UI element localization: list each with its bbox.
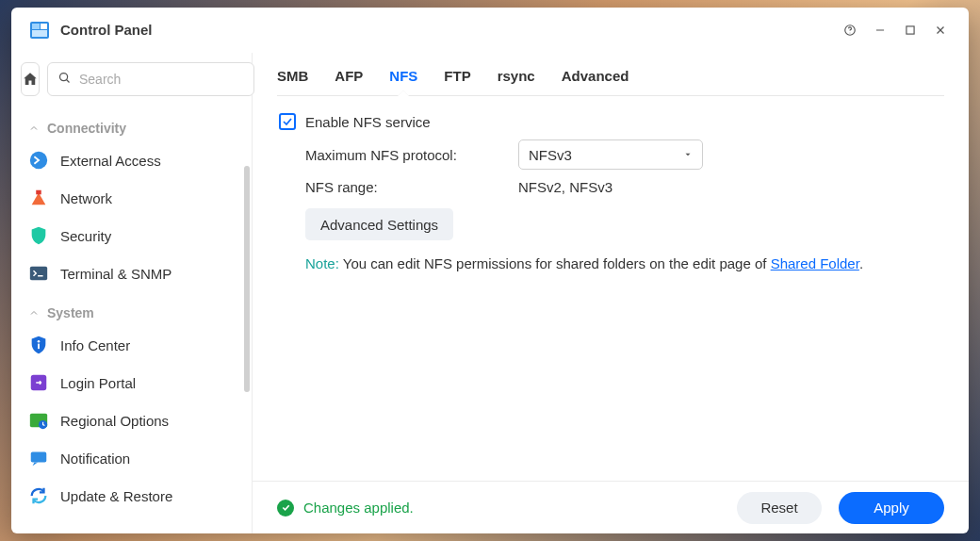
sidebar-item-network[interactable]: Network xyxy=(19,179,244,217)
nfs-range-value: NFSv2, NFSv3 xyxy=(518,179,612,195)
sidebar-item-label: Update & Restore xyxy=(60,488,172,504)
body: Connectivity External Access Network Sec… xyxy=(11,53,969,533)
external-access-icon xyxy=(28,150,49,171)
status-text: Changes applied. xyxy=(303,500,727,516)
sidebar-item-login-portal[interactable]: Login Portal xyxy=(19,364,244,402)
tab-ftp[interactable]: FTP xyxy=(444,68,470,84)
minimize-button[interactable] xyxy=(865,15,895,45)
update-icon xyxy=(28,485,49,506)
svg-rect-7 xyxy=(906,25,914,33)
chevron-up-icon xyxy=(28,123,40,134)
sidebar-item-info-center[interactable]: Info Center xyxy=(19,326,244,364)
sidebar-item-notification[interactable]: Notification xyxy=(19,439,244,477)
control-panel-icon xyxy=(28,19,51,41)
max-protocol-dropdown[interactable]: NFSv3 xyxy=(518,139,703,170)
sidebar-item-update-restore[interactable]: Update & Restore xyxy=(19,477,244,515)
svg-point-5 xyxy=(850,32,851,33)
sidebar-item-label: External Access xyxy=(60,153,161,169)
group-label: System xyxy=(47,305,94,320)
svg-rect-17 xyxy=(38,344,40,350)
nfs-range-row: NFS range: NFSv2, NFSv3 xyxy=(279,179,942,195)
advanced-settings-button[interactable]: Advanced Settings xyxy=(305,208,453,240)
apply-button[interactable]: Apply xyxy=(839,492,944,524)
sidebar: Connectivity External Access Network Sec… xyxy=(11,53,253,533)
tab-smb[interactable]: SMB xyxy=(277,68,308,84)
tab-rsync[interactable]: rsync xyxy=(498,68,535,84)
footer: Changes applied. Reset Apply xyxy=(253,481,969,533)
tabs: SMB AFP NFS FTP rsync Advanced xyxy=(277,68,944,96)
svg-rect-21 xyxy=(31,452,47,463)
main-inner: SMB AFP NFS FTP rsync Advanced Enable NF… xyxy=(253,53,969,481)
group-header-connectivity[interactable]: Connectivity xyxy=(19,107,244,141)
tab-afp[interactable]: AFP xyxy=(335,68,363,84)
enable-nfs-label: Enable NFS service xyxy=(305,114,431,130)
enable-nfs-row: Enable NFS service xyxy=(279,113,942,130)
sidebar-item-external-access[interactable]: External Access xyxy=(19,141,244,179)
chevron-up-icon xyxy=(28,307,40,319)
tab-advanced[interactable]: Advanced xyxy=(562,68,629,84)
note-text: You can edit NFS permissions for shared … xyxy=(339,255,771,271)
dropdown-value: NFSv3 xyxy=(529,147,572,163)
tab-nfs[interactable]: NFS xyxy=(389,68,417,84)
status-success-icon xyxy=(277,500,294,516)
group-label: Connectivity xyxy=(47,121,126,136)
search-input[interactable] xyxy=(79,72,244,87)
main: SMB AFP NFS FTP rsync Advanced Enable NF… xyxy=(253,53,969,533)
regional-icon xyxy=(28,410,49,431)
svg-rect-2 xyxy=(41,24,47,29)
svg-point-16 xyxy=(38,340,41,343)
enable-nfs-checkbox[interactable] xyxy=(279,113,296,130)
home-button[interactable] xyxy=(21,62,40,96)
svg-line-11 xyxy=(67,79,70,82)
help-button[interactable] xyxy=(835,15,865,45)
reset-button[interactable]: Reset xyxy=(737,492,822,524)
sidebar-top xyxy=(11,53,252,104)
max-protocol-label: Maximum NFS protocol: xyxy=(305,147,518,163)
window-title: Control Panel xyxy=(60,22,835,38)
tab-content-nfs: Enable NFS service Maximum NFS protocol:… xyxy=(277,96,944,481)
note-suffix: . xyxy=(859,255,863,271)
network-icon xyxy=(28,188,49,208)
note-line: Note: You can edit NFS permissions for s… xyxy=(279,254,942,275)
svg-rect-3 xyxy=(32,30,47,37)
sidebar-item-label: Terminal & SNMP xyxy=(60,266,172,282)
control-panel-window: Control Panel xyxy=(11,8,969,533)
group-header-system[interactable]: System xyxy=(19,292,244,326)
sidebar-scroll[interactable]: Connectivity External Access Network Sec… xyxy=(11,104,252,533)
check-icon xyxy=(282,116,293,127)
shared-folder-link[interactable]: Shared Folder xyxy=(771,255,859,271)
advanced-row: Advanced Settings xyxy=(279,205,942,254)
shield-icon xyxy=(28,225,49,246)
note-label: Note: xyxy=(305,255,339,271)
max-protocol-row: Maximum NFS protocol: NFSv3 xyxy=(279,139,942,170)
login-portal-icon xyxy=(28,372,49,393)
svg-rect-14 xyxy=(30,267,47,281)
search-field[interactable] xyxy=(47,62,254,96)
sidebar-item-label: Login Portal xyxy=(60,375,136,391)
sidebar-item-security[interactable]: Security xyxy=(19,217,244,254)
titlebar: Control Panel xyxy=(11,8,969,53)
sidebar-item-regional-options[interactable]: Regional Options xyxy=(19,402,244,439)
svg-point-10 xyxy=(60,73,68,80)
sidebar-item-label: Info Center xyxy=(60,337,130,353)
svg-rect-13 xyxy=(36,190,41,195)
sidebar-item-terminal-snmp[interactable]: Terminal & SNMP xyxy=(19,254,244,292)
sidebar-item-label: Security xyxy=(60,228,111,244)
nfs-range-label: NFS range: xyxy=(305,179,518,195)
sidebar-item-label: Network xyxy=(60,190,112,206)
maximize-button[interactable] xyxy=(895,15,925,45)
svg-rect-1 xyxy=(32,24,40,29)
sidebar-item-label: Regional Options xyxy=(60,413,169,429)
info-icon xyxy=(28,335,49,355)
terminal-icon xyxy=(28,263,49,284)
search-icon xyxy=(57,71,72,89)
sidebar-item-label: Notification xyxy=(60,451,130,467)
chevron-down-icon xyxy=(683,150,693,159)
notification-icon xyxy=(28,448,49,468)
close-button[interactable] xyxy=(925,15,956,45)
